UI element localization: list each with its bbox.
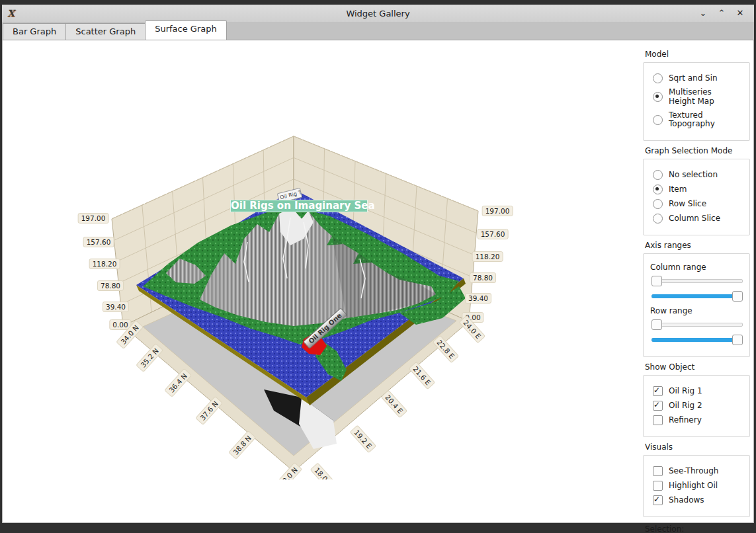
radio-icon[interactable] (653, 170, 663, 180)
slider-groove[interactable] (651, 279, 743, 283)
y-tick-right: 78.80 (470, 272, 496, 283)
maximize-icon[interactable]: ⌃ (716, 5, 728, 21)
visuals-groupbox: See-Through Highlight Oil Shadows (643, 455, 750, 517)
radio-label: No selection (669, 171, 718, 180)
radio-label: Sqrt and Sin (669, 74, 718, 83)
close-icon[interactable]: ✕ (734, 5, 746, 21)
slider-groove[interactable] (651, 323, 743, 327)
checkbox-label: Highlight Oil (669, 481, 718, 491)
y-tick-right: 157.60 (478, 229, 509, 239)
radio-icon[interactable] (653, 115, 663, 125)
slider-handle[interactable] (651, 276, 662, 286)
radio-icon[interactable] (653, 184, 663, 194)
column-range-min-slider[interactable] (651, 276, 743, 286)
radio-sqrt-and-sin[interactable]: Sqrt and Sin (653, 73, 744, 83)
show-object-section-label: Show Object (645, 362, 750, 372)
slider-handle[interactable] (732, 335, 743, 345)
radio-no-selection[interactable]: No selection (653, 170, 744, 180)
checkbox-icon[interactable] (653, 466, 663, 476)
selection-status: Selection: Nothing (645, 522, 750, 533)
show-object-groupbox: Oil Rig 1 Oil Rig 2 Refinery (643, 375, 750, 437)
app-window: X Widget Gallery ⌄ ⌃ ✕ Bar Graph Scatter… (2, 5, 754, 523)
selection-mode-groupbox: No selection Item Row Slice Column Slice (643, 159, 750, 235)
checkbox-label: Oil Rig 1 (669, 387, 702, 396)
radio-row-slice[interactable]: Row Slice (653, 199, 744, 209)
slider-fill (651, 294, 743, 298)
row-range-min-slider[interactable] (651, 319, 743, 329)
radio-icon[interactable] (653, 214, 663, 224)
radio-label: Multiseries Height Map (669, 88, 732, 106)
minimize-icon[interactable]: ⌄ (697, 5, 709, 21)
tab-scatter-graph[interactable]: Scatter Graph (65, 23, 146, 40)
title-bar[interactable]: X Widget Gallery ⌄ ⌃ ✕ (2, 5, 754, 22)
checkbox-icon[interactable] (653, 386, 663, 396)
radio-item[interactable]: Item (653, 184, 744, 194)
radio-textured-topography[interactable]: Textured Topography (653, 111, 744, 130)
checkbox-label: Oil Rig 2 (669, 401, 702, 411)
checkbox-icon[interactable] (653, 495, 663, 505)
slider-fill (651, 338, 743, 342)
graph-title: Oil Rigs on Imaginary Sea (230, 200, 368, 212)
y-tick-left: 157.60 (83, 237, 114, 247)
checkbox-highlight-oil[interactable]: Highlight Oil (653, 481, 744, 491)
checkbox-icon[interactable] (653, 401, 663, 411)
selection-mode-section-label: Graph Selection Mode (645, 146, 750, 155)
tab-bar: Bar Graph Scatter Graph Surface Graph (2, 22, 754, 40)
checkbox-refinery[interactable]: Refinery (653, 415, 744, 425)
window-controls: ⌄ ⌃ ✕ (697, 5, 754, 21)
checkbox-icon[interactable] (653, 481, 663, 491)
radio-column-slice[interactable]: Column Slice (653, 214, 744, 224)
radio-multiseries-height-map[interactable]: Multiseries Height Map (653, 88, 744, 106)
radio-icon[interactable] (653, 199, 663, 209)
checkbox-see-through[interactable]: See-Through (653, 466, 744, 476)
model-section-label: Model (645, 50, 750, 59)
checkbox-oil-rig-2[interactable]: Oil Rig 2 (653, 401, 744, 411)
y-tick-left: 118.20 (89, 259, 120, 269)
radio-icon[interactable] (653, 73, 663, 83)
y-tick-left: 39.40 (103, 302, 129, 312)
checkbox-oil-rig-1[interactable]: Oil Rig 1 (653, 386, 744, 396)
tab-page-surface-graph: 197.00 157.60 118.20 78.80 39.40 0.00 19… (2, 40, 754, 523)
checkbox-label: Refinery (669, 416, 702, 425)
radio-icon[interactable] (653, 92, 663, 102)
slider-handle[interactable] (651, 319, 662, 330)
axis-ranges-section-label: Axis ranges (645, 241, 750, 250)
slider-handle[interactable] (732, 291, 743, 302)
checkbox-label: See-Through (669, 467, 718, 476)
y-tick-right: 197.00 (482, 206, 513, 216)
row-range-label: Row range (650, 306, 744, 315)
surface-plot-area[interactable]: 197.00 157.60 118.20 78.80 39.40 0.00 19… (3, 40, 640, 479)
y-tick-right: 118.20 (472, 251, 503, 262)
radio-label: Column Slice (669, 214, 720, 224)
column-range-label: Column range (650, 263, 744, 272)
radio-label: Row Slice (669, 200, 706, 209)
y-tick-left: 78.80 (97, 280, 124, 291)
y-tick-left: 197.00 (78, 213, 109, 224)
selection-label: Selection: (645, 522, 750, 533)
column-range-max-slider[interactable] (651, 291, 743, 301)
visuals-section-label: Visuals (645, 442, 750, 452)
radio-label: Item (669, 185, 687, 194)
tab-surface-graph[interactable]: Surface Graph (145, 20, 227, 40)
radio-label: Textured Topography (669, 111, 732, 130)
axis-ranges-groupbox: Column range Row range (643, 253, 750, 357)
window-title: Widget Gallery (2, 9, 754, 19)
y-tick-right: 39.40 (465, 293, 491, 304)
tab-bar-graph[interactable]: Bar Graph (3, 23, 66, 40)
checkbox-shadows[interactable]: Shadows (653, 495, 744, 505)
row-range-max-slider[interactable] (651, 335, 743, 345)
model-groupbox: Sqrt and Sin Multiseries Height Map Text… (643, 62, 750, 141)
checkbox-icon[interactable] (653, 415, 663, 425)
control-panel: Model Sqrt and Sin Multiseries Height Ma… (643, 44, 750, 533)
checkbox-label: Shadows (669, 496, 704, 505)
